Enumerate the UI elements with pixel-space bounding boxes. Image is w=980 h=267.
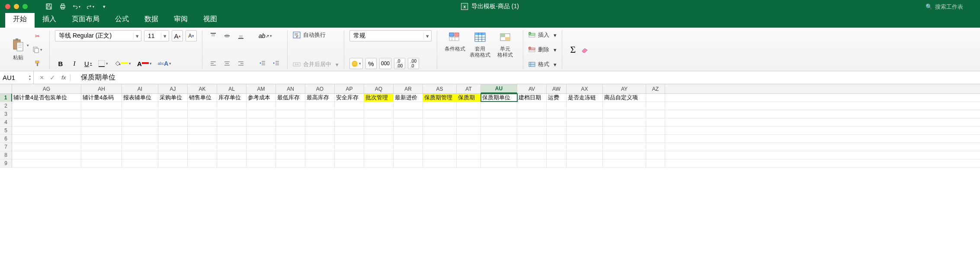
cell-AY6[interactable] — [603, 135, 646, 143]
cell-AI2[interactable] — [122, 102, 158, 110]
cell-AM9[interactable] — [247, 159, 276, 167]
cell-AV1[interactable]: 建档日期 — [517, 94, 547, 102]
italic-button[interactable]: I — [69, 58, 80, 69]
cell-AJ4[interactable] — [158, 118, 188, 126]
cell-AG1[interactable]: 辅计量4是否包装单位 — [12, 94, 81, 102]
cell-AN9[interactable] — [276, 159, 305, 167]
cell-AU2[interactable] — [481, 102, 517, 110]
cell-AX1[interactable]: 是否走冻链 — [567, 94, 603, 102]
cell-AZ2[interactable] — [646, 102, 665, 110]
cell-AN7[interactable] — [276, 143, 305, 151]
cell-AK9[interactable] — [188, 159, 217, 167]
column-header-AY[interactable]: AY — [603, 84, 646, 93]
cell-AG2[interactable] — [12, 102, 81, 110]
column-header-AI[interactable]: AI — [122, 84, 158, 93]
cell-AV6[interactable] — [517, 135, 547, 143]
border-button[interactable]: ▾ — [96, 58, 110, 69]
phonetic-button[interactable]: abcA▾ — [156, 58, 173, 69]
cell-AS3[interactable] — [423, 110, 457, 118]
cell-AI9[interactable] — [122, 159, 158, 167]
spreadsheet-grid[interactable]: AGAHAIAJAKALAMANAOAPAQARASATAUAVAWAXAYAZ… — [0, 84, 980, 168]
cell-AN3[interactable] — [276, 110, 305, 118]
cell-AV7[interactable] — [517, 143, 547, 151]
print-icon[interactable] — [59, 3, 67, 10]
cell-AN1[interactable]: 最低库存 — [276, 94, 305, 102]
cell-AR5[interactable] — [394, 127, 423, 134]
tab-数据[interactable]: 数据 — [137, 11, 166, 28]
cell-AX5[interactable] — [567, 127, 603, 134]
cell-AI4[interactable] — [122, 118, 158, 126]
cell-AZ6[interactable] — [646, 135, 665, 143]
cell-AP6[interactable] — [335, 135, 364, 143]
cell-AL9[interactable] — [217, 159, 247, 167]
column-header-AK[interactable]: AK — [188, 84, 217, 93]
cell-AI1[interactable]: 报表辅单位 — [122, 94, 158, 102]
cell-AY7[interactable] — [603, 143, 646, 151]
cell-AV9[interactable] — [517, 159, 547, 167]
cell-AH9[interactable] — [81, 159, 122, 167]
cell-AU9[interactable] — [481, 159, 517, 167]
row-header-2[interactable]: 2 — [0, 102, 12, 110]
cell-AU8[interactable] — [481, 151, 517, 159]
cell-AM7[interactable] — [247, 143, 276, 151]
cell-AQ7[interactable] — [364, 143, 394, 151]
cell-AP4[interactable] — [335, 118, 364, 126]
cell-AW8[interactable] — [547, 151, 567, 159]
cell-AK5[interactable] — [188, 127, 217, 134]
decrease-indent-button[interactable] — [257, 58, 268, 69]
cell-AJ7[interactable] — [158, 143, 188, 151]
fill-color-button[interactable]: ▾ — [112, 58, 133, 69]
column-header-AP[interactable]: AP — [335, 84, 364, 93]
cell-AW5[interactable] — [547, 127, 567, 134]
cell-AP3[interactable] — [335, 110, 364, 118]
cell-AR8[interactable] — [394, 151, 423, 159]
cell-AI5[interactable] — [122, 127, 158, 134]
cell-AX7[interactable] — [567, 143, 603, 151]
cell-AQ1[interactable]: 批次管理 — [364, 94, 394, 102]
cell-AQ2[interactable] — [364, 102, 394, 110]
cell-AH5[interactable] — [81, 127, 122, 134]
cell-AR2[interactable] — [394, 102, 423, 110]
tab-插入[interactable]: 插入 — [35, 11, 64, 28]
cell-AX3[interactable] — [567, 110, 603, 118]
select-all-corner[interactable] — [0, 84, 12, 93]
cell-AW7[interactable] — [547, 143, 567, 151]
cell-AT2[interactable] — [457, 102, 481, 110]
cell-AT5[interactable] — [457, 127, 481, 134]
cell-AO7[interactable] — [305, 143, 335, 151]
font-name-select[interactable]: 等线 Regular (正文)▾ — [55, 30, 141, 41]
clear-button[interactable] — [579, 44, 591, 55]
cell-AQ6[interactable] — [364, 135, 394, 143]
fx-button[interactable]: fx — [61, 74, 70, 81]
cell-AL1[interactable]: 库存单位 — [217, 94, 247, 102]
cell-AU5[interactable] — [481, 127, 517, 134]
cell-AS6[interactable] — [423, 135, 457, 143]
format-cells-button[interactable]: 格式▾ — [528, 60, 557, 69]
cell-AM1[interactable]: 参考成本 — [247, 94, 276, 102]
autosum-button[interactable]: Σ — [567, 44, 579, 55]
format-painter-button[interactable] — [31, 58, 44, 69]
cell-AL8[interactable] — [217, 151, 247, 159]
cell-AJ9[interactable] — [158, 159, 188, 167]
cell-AV2[interactable] — [517, 102, 547, 110]
column-header-AT[interactable]: AT — [457, 84, 481, 93]
tab-视图[interactable]: 视图 — [195, 11, 225, 28]
cell-AL4[interactable] — [217, 118, 247, 126]
paste-button[interactable]: 粘贴 — [10, 38, 27, 62]
row-header-1[interactable]: 1 — [0, 94, 12, 102]
cell-AT1[interactable]: 保质期 — [457, 94, 481, 102]
row-header-9[interactable]: 9 — [0, 159, 12, 167]
cell-AZ5[interactable] — [646, 127, 665, 134]
cell-AX4[interactable] — [567, 118, 603, 126]
column-header-AQ[interactable]: AQ — [364, 84, 394, 93]
cell-AJ6[interactable] — [158, 135, 188, 143]
row-header-4[interactable]: 4 — [0, 118, 12, 126]
cell-AR9[interactable] — [394, 159, 423, 167]
increase-font-button[interactable]: A▴ — [172, 30, 183, 41]
cell-AT3[interactable] — [457, 110, 481, 118]
cell-AW1[interactable]: 运费 — [547, 94, 567, 102]
cell-AS1[interactable]: 保质期管理 — [423, 94, 457, 102]
cell-AZ1[interactable] — [646, 94, 665, 102]
cell-AW3[interactable] — [547, 110, 567, 118]
cell-AP8[interactable] — [335, 151, 364, 159]
